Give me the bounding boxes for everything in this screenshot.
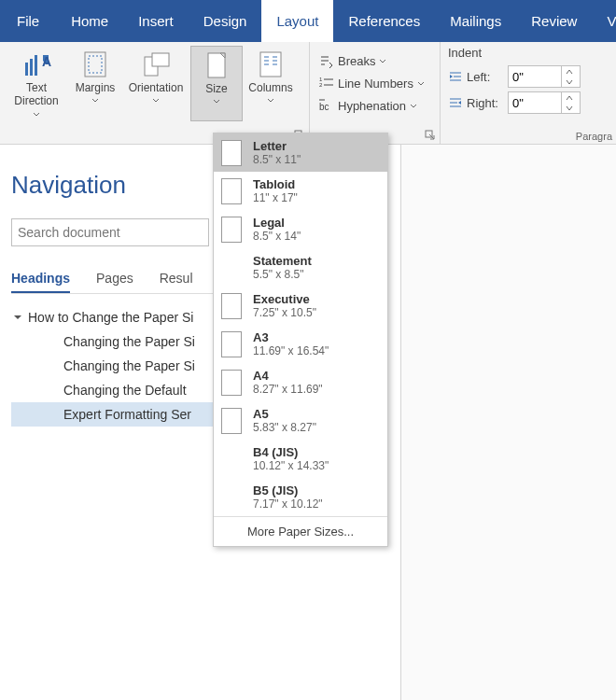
size-option-dimensions: 11" x 17" [253,191,298,204]
svg-text:bc: bc [319,102,329,112]
margins-icon [80,49,110,79]
margins-label: Margins [76,81,116,94]
group-label-paragraph: Paragra [576,131,612,142]
size-option-statement[interactable]: Statement5.5" x 8.5" [214,248,387,287]
columns-button[interactable]: Columns [245,46,297,121]
line-numbers-button[interactable]: 12 Line Numbers [315,72,434,94]
breaks-button[interactable]: Breaks [315,49,434,72]
line-numbers-icon: 12 [319,76,334,91]
size-option-b5-jis-[interactable]: B5 (JIS)7.17" x 10.12" [214,478,387,516]
svg-rect-7 [152,53,169,66]
size-option-executive[interactable]: Executive7.25" x 10.5" [214,287,387,325]
size-option-name: Executive [253,292,316,306]
page-preview-icon [221,293,242,319]
hyphenation-button[interactable]: bc Hyphenation [315,94,434,117]
tab-home[interactable]: Home [56,0,123,42]
stepper-up-icon[interactable] [562,92,577,103]
svg-rect-9 [260,52,281,77]
stepper-down-icon[interactable] [562,103,577,113]
indent-left-icon [448,69,463,84]
text-direction-button[interactable]: A Text Direction [6,46,67,121]
search-field[interactable] [18,225,203,240]
ribbon: A Text Direction Margins Orientation [0,42,616,145]
stepper-up-icon[interactable] [562,66,577,77]
svg-rect-0 [25,63,28,76]
size-option-dimensions: 10.12" x 14.33" [253,459,329,472]
nav-tab-resul[interactable]: Resul [160,271,193,293]
size-label: Size [205,82,227,95]
size-option-dimensions: 11.69" x 16.54" [253,344,329,357]
size-option-a3[interactable]: A311.69" x 16.54" [214,325,387,363]
svg-text:A: A [42,54,51,69]
svg-rect-4 [85,52,105,77]
tab-references[interactable]: References [333,0,435,42]
hyphenation-icon: bc [319,98,334,113]
size-option-legal[interactable]: Legal8.5" x 14" [214,210,387,248]
tab-mailings[interactable]: Mailings [435,0,516,42]
tab-design[interactable]: Design [189,0,262,42]
size-option-a4[interactable]: A48.27" x 11.69" [214,363,387,401]
columns-label: Columns [248,81,292,94]
search-input[interactable] [11,218,209,246]
group-page-setup: A Text Direction Margins Orientation [0,42,310,144]
text-direction-icon: A [21,49,51,79]
line-numbers-label: Line Numbers [338,77,413,91]
size-option-letter[interactable]: Letter8.5" x 11" [214,133,387,172]
indent-right-row: Right: [448,90,609,116]
indent-right-icon [448,95,463,110]
size-option-dimensions: 8.5" x 11" [253,153,301,166]
margins-button[interactable]: Margins [69,46,121,121]
chevron-down-icon [213,95,220,108]
size-option-dimensions: 7.25" x 10.5" [253,306,316,319]
svg-rect-8 [208,53,225,77]
page-preview-icon [221,370,242,396]
tab-view[interactable]: View [592,0,616,42]
size-button[interactable]: Size [190,46,243,121]
tab-file[interactable]: File [0,0,56,42]
size-option-dimensions: 8.27" x 11.69" [253,383,323,396]
size-option-a5[interactable]: A55.83" x 8.27" [214,401,387,440]
page-preview-icon [221,140,242,166]
stepper-down-icon[interactable] [562,77,577,87]
chevron-down-icon [33,108,40,121]
size-option-b4-jis-[interactable]: B4 (JIS)10.12" x 14.33" [214,440,387,478]
chevron-down-icon [379,54,386,68]
chevron-down-icon [91,94,99,107]
orientation-button[interactable]: Orientation [123,46,189,121]
nav-tab-pages[interactable]: Pages [96,271,133,293]
indent-right-label: Right: [467,96,504,110]
indent-title: Indent [448,46,609,60]
svg-rect-5 [89,56,102,73]
breaks-icon [319,53,334,68]
indent-left-input[interactable] [508,65,581,88]
tab-layout[interactable]: Layout [261,0,333,42]
collapse-icon[interactable] [11,313,24,322]
more-paper-sizes[interactable]: More Paper Sizes... [214,516,387,546]
indent-right-input[interactable] [508,91,581,114]
size-option-dimensions: 7.17" x 10.12" [253,497,323,511]
indent-left-label: Left: [467,70,504,84]
indent-left-value[interactable] [509,66,561,87]
size-option-dimensions: 5.5" x 8.5" [253,268,312,281]
size-icon [202,50,231,80]
svg-rect-1 [30,59,33,76]
size-option-name: Statement [253,254,312,268]
size-option-tabloid[interactable]: Tabloid11" x 17" [214,172,387,210]
size-option-dimensions: 5.83" x 8.27" [253,421,316,434]
group-page-setup-extra: Breaks 12 Line Numbers bc Hyphenation [310,42,441,144]
columns-icon [256,49,286,79]
chevron-down-icon [410,99,417,113]
indent-right-value[interactable] [509,92,561,113]
document-area[interactable] [400,145,616,700]
hyphenation-label: Hyphenation [338,99,406,113]
chevron-down-icon [267,94,274,107]
chevron-down-icon [152,94,160,107]
size-option-name: A5 [253,407,316,421]
size-option-name: B5 (JIS) [253,483,323,497]
tab-insert[interactable]: Insert [123,0,189,42]
nav-tab-headings[interactable]: Headings [11,271,70,293]
size-option-name: Legal [253,216,301,230]
tab-review[interactable]: Review [516,0,592,42]
dialog-launcher-icon[interactable] [425,130,436,141]
size-option-name: A3 [253,330,329,344]
